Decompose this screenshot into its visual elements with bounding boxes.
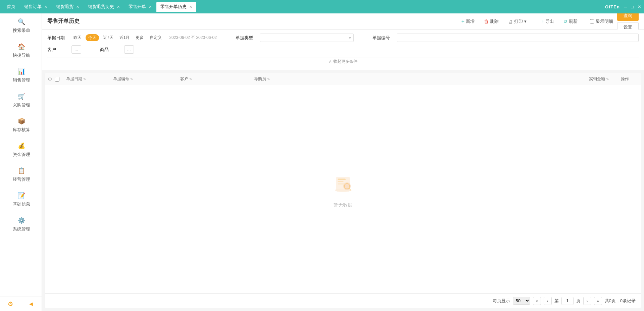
tab-retail-order[interactable]: 零售开单 ✕: [125, 2, 156, 12]
display-detail-checkbox[interactable]: 显示明细: [590, 18, 613, 24]
sidebar-item-purchase-label: 采购管理: [13, 102, 30, 108]
type-select[interactable]: [260, 34, 354, 42]
display-detail-input[interactable]: [590, 19, 594, 23]
sidebar-item-purchase[interactable]: 🛒 采购管理: [0, 88, 42, 113]
sidebar-item-search-label: 搜索采单: [13, 28, 30, 34]
page-suffix: 页: [576, 298, 581, 304]
sidebar-item-search[interactable]: 🔍 搜索采单: [0, 13, 42, 38]
tab-home[interactable]: 首页: [3, 2, 19, 12]
th-guide[interactable]: 导购员 ⇅: [251, 76, 292, 82]
tab-sales-order-label: 销售订单: [24, 4, 42, 10]
tab-sales-return-history-close[interactable]: ✕: [117, 5, 120, 9]
next-page-btn[interactable]: ›: [583, 297, 591, 305]
print-icon: 🖨: [508, 19, 513, 24]
base-info-icon: 📝: [18, 192, 25, 199]
content-area: 零售开单历史 + 新增 🗑 删除 🖨 打印 ▾ ↑ 导出: [42, 13, 644, 311]
top-bar: 首页 销售订单 ✕ 销货退货 ✕ 销货退货历史 ✕ 零售开单 ✕ 零售开单历史 …: [0, 0, 644, 13]
th-operation: 操作: [611, 76, 638, 82]
page-label: 第: [554, 298, 559, 304]
th-amount[interactable]: 实销金额 ⇅: [571, 76, 611, 82]
delete-button[interactable]: 🗑 删除: [481, 17, 501, 26]
last-page-btn[interactable]: »: [594, 297, 602, 305]
date-btn-today[interactable]: 今天: [86, 34, 99, 41]
tab-retail-order-history[interactable]: 零售开单历史 ✕: [156, 2, 196, 12]
inventory-icon: 📦: [18, 117, 25, 125]
sidebar: 🔍 搜索采单 🏠 快捷导航 📊 销售管理 🛒 采购管理 📦 库存核算 💰 资金管…: [0, 13, 42, 311]
display-detail-label: 显示明细: [596, 18, 613, 24]
window-min-btn[interactable]: ─: [624, 4, 627, 9]
page-input[interactable]: [561, 297, 574, 305]
tab-sales-order[interactable]: 销售订单 ✕: [20, 2, 51, 12]
th-number-label: 单据编号: [113, 76, 129, 82]
tab-sales-return-history[interactable]: 销货退货历史 ✕: [84, 2, 124, 12]
sidebar-item-sales[interactable]: 📊 销售管理: [0, 63, 42, 88]
settings-bottom-btn[interactable]: ⚙: [8, 300, 13, 308]
th-number[interactable]: 单据编号 ⇅: [110, 76, 178, 82]
main-layout: 🔍 搜索采单 🏠 快捷导航 📊 销售管理 🛒 采购管理 📦 库存核算 💰 资金管…: [0, 13, 644, 311]
search-icon: 🔍: [18, 18, 25, 25]
tab-sales-order-close[interactable]: ✕: [44, 5, 47, 9]
sidebar-item-operations[interactable]: 📋 经营管理: [0, 162, 42, 187]
th-amount-sort: ⇅: [606, 77, 609, 81]
delete-icon: 🗑: [484, 19, 489, 24]
print-button[interactable]: 🖨 打印 ▾: [505, 17, 529, 26]
divider-2: [585, 19, 585, 24]
prev-page-btn[interactable]: ‹: [544, 297, 552, 305]
tab-sales-return-history-label: 销货退货历史: [88, 4, 114, 10]
number-input[interactable]: [397, 34, 639, 42]
query-button[interactable]: 查询: [617, 13, 639, 21]
tab-sales-return-close[interactable]: ✕: [76, 5, 79, 9]
refresh-icon: ↺: [563, 19, 567, 24]
refresh-button[interactable]: ↺ 刷新: [561, 17, 580, 26]
date-range: 2023-06-02 至 2023-06-02: [169, 35, 216, 41]
sidebar-item-base-info-label: 基础信息: [13, 201, 30, 207]
svg-rect-2: [338, 179, 346, 180]
top-bar-right: OfTEn ─ □ ✕: [605, 4, 641, 9]
customer-label: 客户: [47, 47, 66, 53]
type-select-wrap: [260, 34, 354, 42]
print-arrow-icon: ▾: [524, 19, 527, 24]
type-label: 单据类型: [236, 35, 254, 41]
export-button[interactable]: ↑ 导出: [539, 17, 557, 26]
tab-retail-order-history-close[interactable]: ✕: [189, 5, 192, 9]
sidebar-item-system[interactable]: ⚙️ 系统管理: [0, 212, 42, 237]
tab-retail-order-close[interactable]: ✕: [149, 5, 152, 9]
th-date[interactable]: 单据日期 ⇅: [63, 76, 110, 82]
goods-select-btn[interactable]: ...: [124, 45, 134, 54]
window-max-btn[interactable]: □: [631, 4, 634, 9]
tab-sales-return[interactable]: 销货退货 ✕: [52, 2, 83, 12]
date-btn-1month[interactable]: 近1月: [117, 34, 132, 41]
table-area: ⚙ 单据日期 ⇅ 单据编号 ⇅ 客户 ⇅ 导购员 ⇅: [45, 73, 641, 308]
customer-select-btn[interactable]: ...: [71, 45, 81, 54]
sidebar-item-base-info[interactable]: 📝 基础信息: [0, 187, 42, 212]
th-date-label: 单据日期: [66, 76, 82, 82]
empty-area: 暂无数据: [45, 85, 641, 293]
date-btn-7days[interactable]: 近7天: [101, 34, 115, 41]
sidebar-item-nav[interactable]: 🏠 快捷导航: [0, 38, 42, 63]
table-gear-icon[interactable]: ⚙: [48, 76, 52, 82]
first-page-btn[interactable]: «: [533, 297, 541, 305]
svg-rect-3: [338, 182, 344, 182]
per-page-label: 每页显示: [493, 298, 510, 304]
sidebar-item-sales-label: 销售管理: [13, 77, 30, 83]
th-number-sort: ⇅: [130, 77, 133, 81]
th-customer[interactable]: 客户 ⇅: [178, 76, 251, 82]
add-button[interactable]: + 新增: [459, 17, 477, 26]
collapse-more-conditions[interactable]: ∧ 收起更多条件: [47, 57, 639, 66]
select-all-checkbox[interactable]: [55, 77, 59, 82]
window-close-btn[interactable]: ✕: [638, 4, 641, 9]
number-label: 单据编号: [373, 35, 391, 41]
collapse-sidebar-btn[interactable]: ◄: [28, 301, 34, 308]
date-btn-yesterday[interactable]: 昨天: [71, 34, 84, 41]
date-btn-more[interactable]: 更多: [134, 34, 146, 41]
date-label: 单据日期: [47, 35, 66, 41]
finance-icon: 💰: [18, 142, 25, 150]
date-btn-custom[interactable]: 自定义: [148, 34, 164, 41]
sidebar-item-inventory[interactable]: 📦 库存核算: [0, 113, 42, 138]
th-guide-sort: ⇅: [267, 77, 270, 81]
brand-label: OfTEn: [605, 4, 620, 9]
per-page-select[interactable]: 50 10 20 100: [513, 297, 530, 305]
sidebar-item-finance[interactable]: 💰 资金管理: [0, 138, 42, 162]
goods-label: 商品: [100, 47, 119, 53]
sidebar-item-operations-label: 经营管理: [13, 176, 30, 183]
